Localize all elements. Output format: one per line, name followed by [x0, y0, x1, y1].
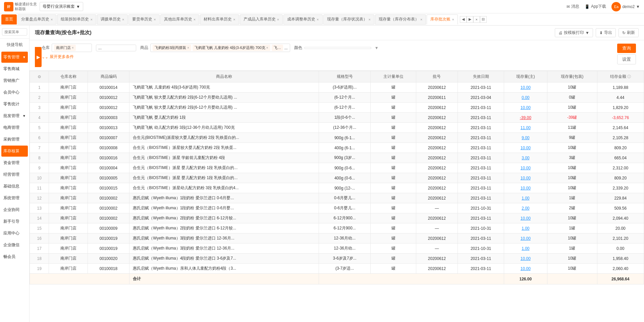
tab-material-out[interactable]: 材料出库单历史 × — [200, 14, 239, 24]
cell-spec: 1段(0-6个... — [319, 113, 370, 123]
tab-close-material-out[interactable]: × — [233, 17, 235, 21]
cell-stock-main[interactable]: 3.00 — [504, 153, 547, 163]
tab-close-combo[interactable]: × — [90, 17, 92, 21]
product-tag3[interactable]: 飞… — [272, 45, 283, 51]
sidebar-item-system[interactable]: 系统管理 — [1, 193, 28, 204]
warehouse-tag[interactable]: 南岸门店 × — [54, 45, 76, 51]
warehouse-tag-close[interactable]: × — [72, 46, 74, 50]
tab-stock-status[interactable]: 现存量（库存状况表） × — [323, 14, 374, 24]
tab-split[interactable]: 分量盘点单历史 × — [17, 14, 56, 24]
tab-close-batch-voucher[interactable]: × — [452, 17, 454, 21]
tab-batch-voucher[interactable]: 库存批次账 × — [427, 14, 458, 24]
tab-close-requisition[interactable]: × — [154, 17, 156, 21]
tab-menu-btn[interactable]: ⊟ — [480, 16, 487, 23]
cell-stock-main[interactable]: 10.00 — [504, 264, 547, 274]
cell-stock-main[interactable]: 11.00 — [504, 123, 547, 133]
cell-index: 18 — [30, 254, 49, 264]
cell-stock-main[interactable]: 1.00 — [504, 193, 547, 203]
sidebar-quick-nav[interactable]: 快捷导航 — [0, 40, 29, 50]
settings-button[interactable]: 设置 — [617, 54, 636, 64]
template-print-btn[interactable]: 🖨 按模板打印 ▼ — [555, 28, 593, 37]
sidebar-item-enterprise[interactable]: 企业协同 — [1, 204, 28, 215]
tab-combo[interactable]: 组装拆卸单历史 × — [57, 14, 96, 24]
tab-close-stock-status[interactable]: × — [369, 17, 371, 21]
cell-stock-main[interactable]: 10.00 — [504, 183, 547, 193]
user-menu[interactable]: Ea demo2 ▼ — [611, 2, 640, 11]
sidebar-item-apps[interactable]: 应用中心 — [1, 228, 28, 239]
warehouse-tag-group[interactable]: 南岸门店 × — [52, 44, 92, 52]
cell-stock-main[interactable]: 1.00 — [504, 244, 547, 254]
refresh-btn[interactable]: ↻ 刷新 — [619, 28, 639, 37]
tab-close-split[interactable]: × — [51, 17, 53, 21]
sidebar-item-corp-wechat[interactable]: 企业微信 — [1, 239, 28, 251]
cell-stock-main[interactable]: 10.00 — [504, 254, 547, 264]
export-btn[interactable]: ⬇ 导出 — [596, 28, 616, 37]
product-tag1[interactable]: 飞鹤奶粉3段丙摆装 × — [153, 45, 191, 51]
tab-close-other-out[interactable]: × — [194, 17, 196, 21]
product-tag2[interactable]: 飞鹤星飞帆 儿童奶粉 4段(3-6岁适用) 700克 × — [193, 45, 270, 51]
cell-stock-main[interactable]: 10.00 — [504, 103, 547, 113]
cell-stock-main[interactable]: 10.00 — [504, 233, 547, 244]
tab-next-btn[interactable]: ▶ — [467, 16, 473, 23]
tab-close-product-in[interactable]: × — [277, 17, 279, 21]
cell-stock-main[interactable]: 0.00 — [504, 93, 547, 103]
cell-balance: 2,312.00 — [597, 163, 644, 173]
cell-stock-main[interactable]: 1.00 — [504, 223, 547, 233]
sidebar-item-finance[interactable]: 资金管理 — [1, 157, 28, 168]
sidebar-item-newbie[interactable]: 新手引导 — [1, 216, 28, 227]
product-tag2-close[interactable]: × — [266, 46, 268, 50]
sidebar-item-retail[interactable]: 零售管理 ▼ — [1, 52, 28, 63]
sidebar-item-wholesale[interactable]: 批发管理 ▼ — [1, 110, 28, 121]
settings-icon[interactable]: ⚙ — [38, 74, 41, 79]
tab-close-cost-adjust[interactable]: × — [317, 17, 319, 21]
tab-home[interactable]: 首页 — [1, 14, 17, 24]
cell-stock-main[interactable]: 9.00 — [504, 133, 547, 143]
filter-collapse-btn[interactable]: ▶ — [35, 47, 42, 67]
sidebar-item-purchase[interactable]: 采购管理 — [1, 134, 28, 145]
cell-stock-main[interactable]: 10.00 — [504, 163, 547, 173]
expand-conditions-btn[interactable]: ⌄⌄ 展开更多条件 — [42, 54, 614, 60]
sidebar-item-inventory[interactable]: 库存核算 — [1, 146, 28, 157]
cell-spec: 400g (6-1... — [319, 143, 370, 153]
info-icon[interactable]: ⓘ — [627, 74, 631, 78]
sidebar-item-retail-stats[interactable]: 零售统计 — [1, 99, 28, 110]
tab-cost-adjust[interactable]: 成本调整单历史 × — [283, 14, 322, 24]
tab-product-in[interactable]: 产成品入库单历史 × — [240, 14, 283, 24]
sidebar-item-vip[interactable]: 畅会员 — [1, 251, 28, 262]
query-button[interactable]: 查询 — [617, 44, 636, 53]
cell-stock-main[interactable]: 10.00 — [504, 143, 547, 153]
account-dropdown[interactable]: 母婴行业演示账套 ▼ — [40, 2, 83, 11]
sidebar-item-members[interactable]: 会员中心 — [1, 87, 28, 98]
product-tag-group[interactable]: 飞鹤奶粉3段丙摆装 × 飞鹤星飞帆 儿童奶粉 4段(3-6岁适用) 700克 ×… — [150, 44, 290, 52]
cell-stock-main[interactable]: 10.00 — [504, 173, 547, 183]
tab-close-transfer[interactable]: × — [122, 17, 124, 21]
cell-warehouse: 南岸门店 — [49, 254, 88, 264]
cell-stock-main[interactable]: -39.00 — [504, 113, 547, 123]
tab-prev-btn[interactable]: ◀ — [460, 16, 467, 23]
color-tag-group[interactable] — [304, 47, 371, 49]
sidebar-item-marketing[interactable]: 营销推广 — [1, 75, 28, 86]
cell-name: 飞鹤星飞帆 婴儿配方奶粉 1段 — [129, 113, 319, 123]
cell-name: 惠氏启赋（Wyeth illuma）1段奶粉 爱尔兰进口 0-6月婴... — [129, 193, 319, 203]
sidebar-item-retail-shop[interactable]: 零售商城 — [1, 63, 28, 74]
tab-requisition[interactable]: 要货单历史 × — [128, 14, 159, 24]
col-settings[interactable]: ⚙ — [30, 71, 49, 83]
sidebar-item-operations[interactable]: 经营管理 — [1, 169, 28, 180]
sidebar-item-ecom[interactable]: 电商管理 — [1, 122, 28, 133]
tab-transfer[interactable]: 调拨单历史 × — [97, 14, 128, 24]
cell-spec: 0-6月婴儿... — [319, 193, 370, 203]
tab-close-stock-dist[interactable]: × — [420, 17, 422, 21]
filter-more-btn1[interactable]: ... — [96, 45, 136, 51]
tab-close-all-btn[interactable]: × — [473, 16, 480, 23]
cell-stock-main[interactable]: 2.00 — [504, 203, 547, 213]
filter-warehouse: 仓库 南岸门店 × — [42, 44, 92, 52]
product-tag1-close[interactable]: × — [187, 46, 189, 50]
cell-stock-main[interactable]: 10.00 — [504, 213, 547, 223]
search-input[interactable] — [2, 28, 27, 36]
app-download-btn[interactable]: 📱 App下载 — [585, 4, 606, 9]
tab-stock-dist[interactable]: 现存量（库存分布表） × — [375, 14, 426, 24]
sidebar-item-basics[interactable]: 基础信息 — [1, 181, 28, 192]
messages-btn[interactable]: ✉ 消息 — [567, 4, 579, 9]
tab-other-out[interactable]: 其他出库单历史 × — [160, 14, 199, 24]
cell-stock-main[interactable]: 10.00 — [504, 83, 547, 93]
